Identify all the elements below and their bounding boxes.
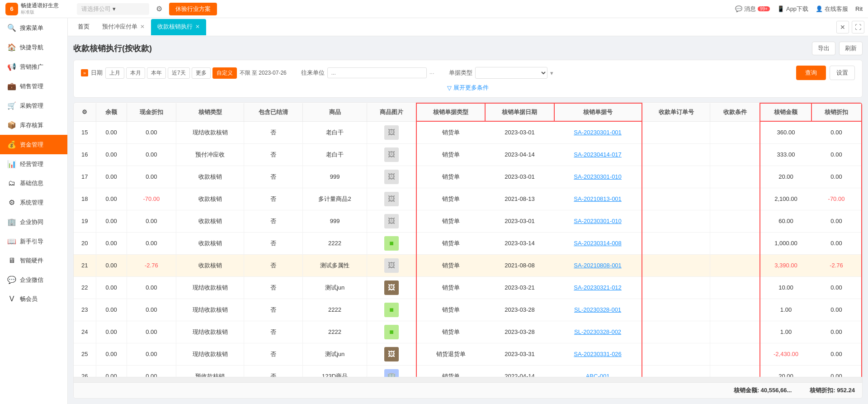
cell-cash-discount: -2.76 bbox=[127, 254, 176, 276]
col-verify-discount: 核销折扣 bbox=[811, 103, 862, 121]
cell-id: 16 bbox=[74, 143, 96, 166]
tab-receipt-close[interactable]: ✕ bbox=[195, 24, 200, 30]
cell-verify-type: 收款核销 bbox=[176, 232, 244, 254]
col-settings[interactable]: ⚙ bbox=[74, 103, 96, 121]
cell-receipt-order-no bbox=[642, 143, 710, 166]
col-bill-date: 核销单据日期 bbox=[485, 103, 554, 121]
cell-bill-no[interactable]: SA-20230301-010 bbox=[554, 210, 642, 232]
page-header: 收款核销执行(按收款) 导出 刷新 bbox=[73, 42, 863, 55]
finance-icon: 💰 bbox=[7, 140, 16, 149]
cell-id: 21 bbox=[74, 254, 96, 276]
cell-bill-no[interactable]: SA-20230314-008 bbox=[554, 232, 642, 254]
filter-row-main: » 日期 上月 本月 本年 近7天 更多 自定义 不限 至 2023-07-26 bbox=[81, 66, 855, 80]
sidebar-item-marketing[interactable]: 📢 营销推广 bbox=[0, 57, 67, 76]
cell-bill-no[interactable]: ABC-001 bbox=[554, 365, 642, 377]
expand-more-label: 展开更多条件 bbox=[453, 84, 489, 92]
export-button[interactable]: 导出 bbox=[812, 42, 835, 55]
cell-cash-discount: 0.00 bbox=[127, 343, 176, 365]
sidebar-item-hardware[interactable]: 🖥 智能硬件 bbox=[0, 251, 67, 270]
from-unit-input[interactable] bbox=[327, 67, 427, 78]
wechat-icon: 💬 bbox=[7, 276, 16, 284]
cell-balance: 0.00 bbox=[96, 210, 127, 232]
sidebar-item-finance[interactable]: 💰 资金管理 bbox=[0, 135, 67, 154]
cell-bill-type: 销货单 bbox=[416, 166, 485, 188]
cell-goods: 测试jun bbox=[303, 343, 367, 365]
filter-settings-button[interactable]: 设置 bbox=[830, 66, 855, 80]
sales-icon: 💼 bbox=[7, 82, 16, 90]
sidebar-item-basic[interactable]: 🗂 基础信息 bbox=[0, 174, 67, 193]
sidebar-item-business[interactable]: 📊 经营管理 bbox=[0, 154, 67, 174]
cell-receipt-condition bbox=[710, 166, 760, 188]
tab-close-all-button[interactable]: ✕ bbox=[836, 21, 849, 33]
online-service-button[interactable]: 👤 在线客服 bbox=[816, 5, 848, 13]
tab-receipt[interactable]: 收款核销执行 ✕ bbox=[151, 19, 206, 35]
cell-bill-type: 销货单 bbox=[416, 254, 485, 276]
table-row: 20 0.00 0.00 收款核销 否 2222 ■ 销货单 2023-03-1… bbox=[74, 232, 862, 254]
tab-home[interactable]: 首页 bbox=[71, 19, 96, 35]
date-this-year[interactable]: 本年 bbox=[147, 67, 166, 79]
cell-goods-img: 🖼 bbox=[367, 166, 416, 188]
cell-bill-no[interactable]: SL-20230328-002 bbox=[554, 321, 642, 343]
cell-cash-discount: 0.00 bbox=[127, 166, 176, 188]
inventory-icon: 📦 bbox=[7, 121, 16, 129]
horizontal-scrollbar[interactable] bbox=[74, 377, 862, 382]
cell-verify-amount: 360.00 bbox=[760, 121, 811, 143]
cell-bill-no[interactable]: SL-20230328-001 bbox=[554, 299, 642, 321]
cell-bill-no[interactable]: SA-20230414-017 bbox=[554, 143, 642, 166]
expand-arrow-button[interactable]: » bbox=[81, 69, 88, 76]
sidebar-item-inventory[interactable]: 📦 库存核算 bbox=[0, 115, 67, 135]
sidebar-item-company[interactable]: 🏢 企业协同 bbox=[0, 212, 67, 232]
tab-prepay[interactable]: 预付冲应付单 ✕ bbox=[96, 19, 151, 35]
date-7days[interactable]: 近7天 bbox=[168, 67, 190, 79]
gear-button[interactable]: ⚙ bbox=[153, 3, 165, 15]
app-download-button[interactable]: 📱 App下载 bbox=[777, 5, 808, 13]
order-type-select[interactable] bbox=[475, 67, 547, 79]
refresh-button[interactable]: 刷新 bbox=[839, 42, 863, 55]
company-selector[interactable]: 请选择公司 ▾ bbox=[77, 3, 149, 15]
sidebar-item-shortcut[interactable]: 🏠 快捷导航 bbox=[0, 38, 67, 57]
cell-id: 19 bbox=[74, 210, 96, 232]
sidebar-item-guide[interactable]: 📖 新手引导 bbox=[0, 232, 67, 251]
sidebar-item-system[interactable]: ⚙ 系统管理 bbox=[0, 193, 67, 212]
user-profile[interactable]: Rit bbox=[855, 5, 863, 12]
tab-prepay-close[interactable]: ✕ bbox=[140, 24, 145, 30]
cell-receipt-order-no bbox=[642, 321, 710, 343]
order-type-label: 单据类型 bbox=[449, 69, 472, 77]
sidebar-label-marketing: 营销推广 bbox=[20, 63, 43, 71]
cell-receipt-order-no bbox=[642, 365, 710, 377]
table-header-row: ⚙ 余额 现金折扣 核销类型 包含已结清 商品 商品图片 核销单据类型 核销单据… bbox=[74, 103, 862, 121]
cell-verify-type: 收款核销 bbox=[176, 166, 244, 188]
cell-verify-amount: 333.00 bbox=[760, 143, 811, 166]
cell-bill-no[interactable]: SA-20210808-001 bbox=[554, 254, 642, 276]
cell-bill-type: 销货退货单 bbox=[416, 343, 485, 365]
date-more[interactable]: 更多 bbox=[192, 67, 211, 79]
table-scroll[interactable]: ⚙ 余额 现金折扣 核销类型 包含已结清 商品 商品图片 核销单据类型 核销单据… bbox=[74, 103, 862, 377]
cell-bill-no[interactable]: SA-20230331-026 bbox=[554, 343, 642, 365]
cell-goods-img: 🖼 bbox=[367, 343, 416, 365]
cell-receipt-condition bbox=[710, 210, 760, 232]
cell-balance: 0.00 bbox=[96, 232, 127, 254]
sidebar-label-finance: 资金管理 bbox=[20, 141, 43, 149]
sidebar-item-sales[interactable]: 💼 销售管理 bbox=[0, 76, 67, 96]
cell-bill-no[interactable]: SA-20230301-010 bbox=[554, 166, 642, 188]
cell-bill-no[interactable]: SA-20230301-001 bbox=[554, 121, 642, 143]
cell-receipt-order-no bbox=[642, 121, 710, 143]
date-last-month[interactable]: 上月 bbox=[105, 67, 124, 79]
cell-goods-img: ■ bbox=[367, 321, 416, 343]
date-custom[interactable]: 自定义 bbox=[212, 67, 237, 79]
cell-bill-no[interactable]: SA-20210813-001 bbox=[554, 188, 642, 210]
expand-more-button[interactable]: ▽ 展开更多条件 bbox=[447, 84, 489, 92]
cell-include-settled: 否 bbox=[244, 188, 303, 210]
sidebar-item-purchase[interactable]: 🛒 采购管理 bbox=[0, 96, 67, 115]
col-verify-amount: 核销金额 bbox=[760, 103, 811, 121]
sidebar-item-member[interactable]: V 畅会员 bbox=[0, 290, 67, 309]
query-button[interactable]: 查询 bbox=[796, 66, 826, 80]
message-button[interactable]: 💬 消息 99+ bbox=[735, 5, 770, 13]
industry-button[interactable]: 休验行业方案 bbox=[169, 3, 217, 15]
sidebar-item-wechat[interactable]: 💬 企业微信 bbox=[0, 270, 67, 290]
sidebar-item-search[interactable]: 🔍 搜索菜单 bbox=[0, 18, 67, 38]
date-this-month[interactable]: 本月 bbox=[126, 67, 145, 79]
cell-goods-img: 🖼 bbox=[367, 121, 416, 143]
cell-bill-no[interactable]: SA-20230321-012 bbox=[554, 276, 642, 299]
tab-maximize-button[interactable]: ⛶ bbox=[852, 21, 864, 33]
